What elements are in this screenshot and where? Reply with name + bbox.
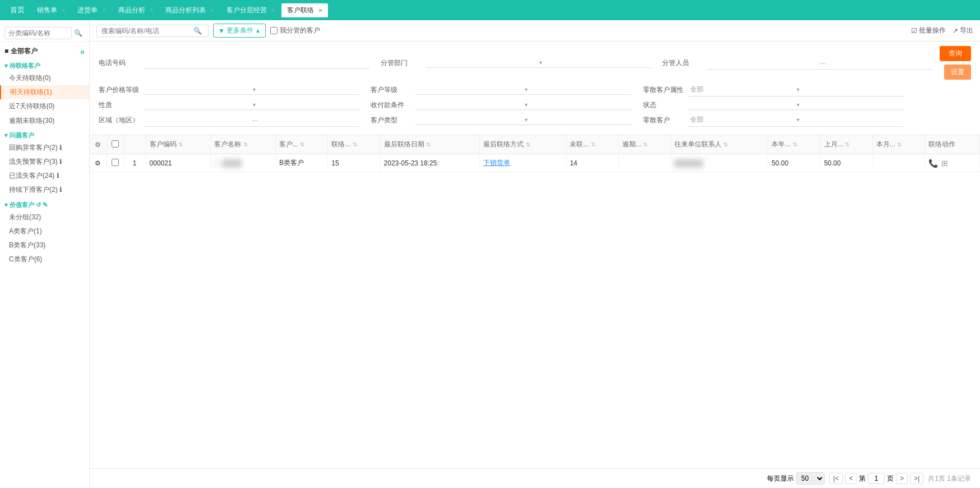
nav-home[interactable]: 首页 [4, 3, 30, 17]
col-header-num [123, 135, 146, 154]
sidebar-item-churned[interactable]: 已流失客户(24) ℹ [0, 169, 89, 183]
export-button[interactable]: ↗ 导出 [953, 26, 973, 35]
status-select[interactable]: ▾ [688, 100, 904, 110]
value-grade-select[interactable]: ▾ [144, 85, 359, 95]
row-last-method[interactable]: 下销货单 [480, 154, 566, 172]
table-header-row: ⚙ 客户编码 ⇅ 客户名称 ⇅ 客户... ⇅ 联络... ⇅ 最后联络日期 ⇅… [90, 135, 980, 154]
sort-date-icon[interactable]: ⇅ [426, 141, 431, 148]
col-header-name[interactable]: 客户名称 ⇅ [211, 135, 276, 154]
customer-grade-select[interactable]: ▾ [415, 85, 631, 95]
col-header-code[interactable]: 客户编码 ⇅ [146, 135, 211, 154]
person-select[interactable]: ··· [707, 57, 933, 70]
my-customers-checkbox[interactable] [270, 27, 278, 34]
sort-method-icon[interactable]: ⇅ [526, 141, 530, 148]
col-header-gear[interactable]: ⚙ [90, 135, 107, 154]
nav-purchase-order[interactable]: 进货单 × [72, 3, 111, 17]
sidebar-all-customers[interactable]: ■ 全部客户 « [0, 44, 89, 58]
my-customers-checkbox-label[interactable]: 我分管的客户 [270, 26, 320, 35]
sort-not-contacted-icon[interactable]: ⇅ [591, 141, 595, 148]
sidebar-item-churn-warning[interactable]: 流失预警客户(3) ℹ [0, 155, 89, 169]
toolbar: 🔍 ▼ 更多条件 ▲ 我分管的客户 ☑ 批量操作 ↗ 导出 [90, 20, 980, 42]
sidebar-item-b-class[interactable]: B类客户(33) [0, 238, 89, 252]
col-header-last-method[interactable]: 最后联络方式 ⇅ [480, 135, 566, 154]
retail-customer-label: 零散客户 [643, 116, 688, 125]
sort-this-year-icon[interactable]: ⇅ [793, 141, 797, 148]
per-page-select[interactable]: 50 100 200 [796, 472, 825, 485]
nav-product-analysis-list[interactable]: 商品分析列表 × [160, 3, 219, 17]
row-code[interactable]: 000021 [146, 154, 211, 172]
col-header-overdue[interactable]: 逾期... ⇅ [618, 135, 671, 154]
nav-customer-stratify[interactable]: 客户分层经营 × [221, 3, 280, 17]
retail-attr-select[interactable]: 全部 ▾ [688, 83, 904, 96]
close-product-analysis-list-icon[interactable]: × [210, 7, 214, 13]
customer-type-select[interactable]: ▾ [415, 115, 631, 125]
sidebar-item-declining[interactable]: 持续下滑客户(2) ℹ [0, 183, 89, 197]
col-header-not-contacted[interactable]: 未联... ⇅ [566, 135, 618, 154]
col-header-type[interactable]: 客户... ⇅ [275, 135, 327, 154]
nav-product-analysis[interactable]: 商品分析 × [113, 3, 159, 17]
search-icon[interactable]: 🔍 [193, 27, 202, 35]
nav-sales-order[interactable]: 销售单 × [31, 3, 71, 17]
sidebar-item-ungrouped[interactable]: 未分组(32) [0, 210, 89, 224]
sort-this-month-icon[interactable]: ⇅ [897, 141, 902, 148]
row-checkbox[interactable] [112, 159, 119, 166]
row-gear[interactable]: ⚙ [90, 154, 107, 172]
close-sales-order-icon[interactable]: × [62, 7, 65, 13]
sort-name-icon[interactable]: ⇅ [243, 141, 248, 148]
filter-row-3: 性质 ▾ 收付款条件 ▾ 状态 [99, 100, 971, 110]
sidebar-search-icon[interactable]: 🔍 [74, 29, 82, 37]
last-page-button[interactable]: >| [910, 473, 923, 484]
row-check[interactable] [107, 154, 123, 172]
close-purchase-order-icon[interactable]: × [102, 7, 105, 13]
close-product-analysis-icon[interactable]: × [150, 7, 153, 13]
retail-customer-select[interactable]: 全部 ▾ [688, 113, 904, 127]
more-filters-button[interactable]: ▼ 更多条件 ▲ [213, 24, 266, 38]
col-header-last-date[interactable]: 最后联络日期 ⇅ [380, 135, 480, 154]
filter-person: 分管人员 ··· [662, 57, 933, 70]
col-header-check[interactable] [107, 135, 123, 154]
sidebar-collapse-icon[interactable]: « [80, 47, 85, 56]
query-button[interactable]: 查询 [940, 46, 971, 61]
col-header-contact[interactable]: 联络... ⇅ [328, 135, 380, 154]
settings-button[interactable]: 设置 [944, 65, 971, 80]
nav-customer-contact[interactable]: 客户联络 × [281, 3, 327, 17]
col-header-this-month[interactable]: 本月... ⇅ [873, 135, 925, 154]
prev-page-button[interactable]: < [845, 473, 857, 484]
nature-select[interactable]: ▾ [144, 100, 359, 110]
close-customer-stratify-icon[interactable]: × [271, 7, 275, 13]
next-page-button[interactable]: > [896, 473, 908, 484]
page-number-input[interactable] [868, 473, 885, 484]
search-input[interactable] [101, 27, 191, 35]
sidebar-search-input[interactable] [4, 27, 72, 39]
col-header-contact-person[interactable]: 往来单位联系人 ⇅ [671, 135, 768, 154]
sidebar-item-a-class[interactable]: A类客户(1) [0, 224, 89, 238]
select-all-checkbox[interactable] [112, 140, 119, 148]
sidebar-item-7days[interactable]: 近7天待联络(0) [0, 99, 89, 113]
sort-contact-person-icon[interactable]: ⇅ [723, 141, 728, 148]
col-header-last-month[interactable]: 上月... ⇅ [820, 135, 872, 154]
first-page-button[interactable]: |< [829, 473, 843, 484]
close-customer-contact-icon[interactable]: × [318, 7, 322, 13]
batch-operate-button[interactable]: ☑ 批量操作 [911, 26, 946, 35]
col-header-this-year[interactable]: 本年... ⇅ [768, 135, 820, 154]
sidebar-item-overdue[interactable]: 逾期未联络(30) [0, 114, 89, 128]
phone-input[interactable] [144, 57, 369, 69]
row-name[interactable]: Ea████ [211, 154, 276, 172]
sidebar-item-tomorrow[interactable]: 明天待联络(1) [0, 85, 89, 99]
payment-select[interactable]: ▾ [415, 100, 631, 110]
region-select[interactable]: ··· [144, 114, 359, 127]
dept-select[interactable]: ▾ [426, 58, 651, 68]
sort-code-icon[interactable]: ⇅ [178, 141, 183, 148]
sidebar-item-repurchase-abnormal[interactable]: 回购异常客户(2) ℹ [0, 141, 89, 155]
phone-action-icon[interactable]: 📞 [928, 159, 938, 168]
sort-contact-icon[interactable]: ⇅ [353, 141, 357, 148]
person-dots-icon: ··· [820, 58, 931, 67]
sidebar-item-c-class[interactable]: C类客户(6) [0, 252, 89, 266]
sort-last-month-icon[interactable]: ⇅ [845, 141, 849, 148]
sidebar-item-today[interactable]: 今天待联络(0) [0, 71, 89, 85]
grid-action-icon[interactable]: ⊞ [941, 159, 948, 168]
sort-type-icon[interactable]: ⇅ [300, 141, 304, 148]
sort-overdue-icon[interactable]: ⇅ [643, 141, 648, 148]
dept-arrow-icon: ▾ [539, 59, 649, 66]
payment-label: 收付款条件 [371, 100, 415, 110]
